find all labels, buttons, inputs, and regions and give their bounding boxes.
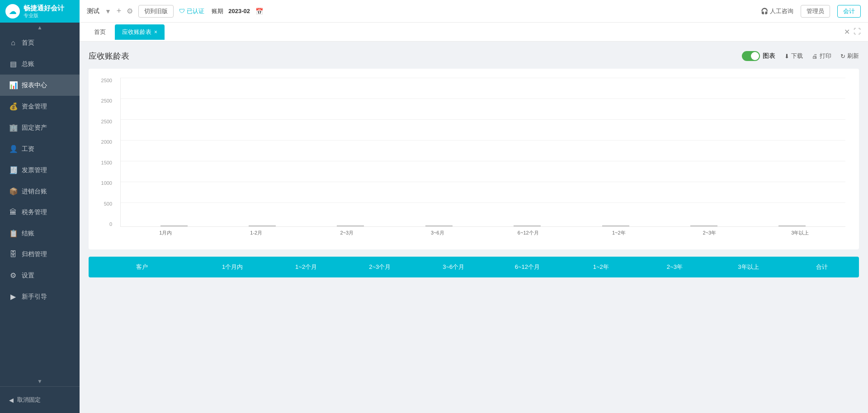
sidebar-item-ledger[interactable]: ▤ 总账 bbox=[0, 53, 80, 75]
workspace-settings-icon[interactable]: ⚙ bbox=[127, 7, 133, 15]
table-header-3-6m: 3~6个月 bbox=[417, 257, 491, 277]
fund-icon: 💰 bbox=[9, 102, 17, 111]
sidebar-item-assets[interactable]: 🏢 固定资产 bbox=[0, 117, 80, 138]
table-header-6-12m: 6~12个月 bbox=[491, 257, 564, 277]
certified-badge: 🛡 已认证 bbox=[179, 7, 204, 15]
y-label-2500c: 2500 bbox=[98, 119, 116, 124]
tab-home[interactable]: 首页 bbox=[87, 24, 113, 40]
admin-button[interactable]: 管理员 bbox=[801, 5, 830, 18]
bar-group-3y-plus bbox=[748, 225, 836, 226]
unpin-button[interactable]: ◀ 取消固定 bbox=[0, 391, 80, 408]
topbar-right-actions: 🎧 人工咨询 管理员 会计 bbox=[761, 5, 861, 18]
payroll-icon: 👤 bbox=[9, 145, 17, 153]
bar-2-3m bbox=[337, 225, 364, 226]
x-label-3-6m: 3~6月 bbox=[392, 227, 483, 240]
bar-6-12m bbox=[514, 225, 541, 226]
table-header-2-3y: 2~3年 bbox=[638, 257, 712, 277]
sidebar-item-payroll[interactable]: 👤 工资 bbox=[0, 138, 80, 160]
archive-icon: 🗄 bbox=[9, 250, 17, 258]
guide-icon: ▶ bbox=[9, 292, 17, 301]
bar-group-2-3m bbox=[307, 225, 395, 226]
app-edition: 专业版 bbox=[24, 12, 64, 19]
period-value: 2023-02 bbox=[228, 8, 250, 14]
print-icon: 🖨 bbox=[812, 53, 818, 60]
scroll-up-arrow[interactable]: ▲ bbox=[0, 23, 80, 33]
sidebar: ☁ 畅捷通好会计 专业版 ▲ ⌂ 首页 ▤ 总账 📊 报表中心 💰 bbox=[0, 0, 80, 413]
app-logo-icon: ☁ bbox=[5, 4, 20, 19]
shield-icon: 🛡 bbox=[179, 8, 185, 14]
app-name: 畅捷通好会计 bbox=[24, 4, 64, 12]
report-actions: 图表 ⬇ 下载 🖨 打印 ↻ 刷新 bbox=[742, 51, 859, 61]
main-area: 测试 ▼ + ⚙ 切到旧版 🛡 已认证 账期 2023-02 📅 🎧 人工咨询 bbox=[80, 0, 868, 413]
report-header: 应收账龄表 图表 ⬇ 下载 🖨 打印 bbox=[89, 51, 859, 61]
table-container: 客户 1个月内 1~2个月 2~3个月 3~6个月 6~12个月 1~2年 2~… bbox=[89, 257, 859, 277]
table-header-1-2y: 1~2年 bbox=[564, 257, 638, 277]
headset-icon: 🎧 bbox=[761, 8, 768, 14]
sidebar-item-fund[interactable]: 💰 资金管理 bbox=[0, 96, 80, 117]
old-version-button[interactable]: 切到旧版 bbox=[138, 5, 174, 18]
workspace-dropdown[interactable]: ▼ bbox=[105, 8, 111, 15]
chart-area: 2500 2500 2500 2000 1500 1000 500 0 bbox=[98, 78, 850, 240]
sidebar-item-home[interactable]: ⌂ 首页 bbox=[0, 33, 80, 53]
bar-1m bbox=[160, 225, 188, 226]
sidebar-item-settings[interactable]: ⚙ 设置 bbox=[0, 265, 80, 286]
calendar-icon[interactable]: 📅 bbox=[255, 8, 263, 15]
tab-close-window-btn[interactable]: ✕ bbox=[844, 28, 850, 36]
x-label-2-3y: 2~3年 bbox=[664, 227, 755, 240]
workspace-name: 测试 bbox=[87, 7, 99, 15]
tabbar-right: ✕ ⛶ bbox=[844, 28, 861, 36]
chart-toggle[interactable] bbox=[742, 51, 760, 61]
chart-container: 2500 2500 2500 2000 1500 1000 500 0 bbox=[89, 69, 859, 249]
ledger-icon: ▤ bbox=[9, 60, 17, 68]
tab-expand-btn[interactable]: ⛶ bbox=[854, 28, 861, 36]
table-header-1-2m: 1~2个月 bbox=[269, 257, 343, 277]
sidebar-item-archive[interactable]: 🗄 归档管理 bbox=[0, 244, 80, 265]
download-icon: ⬇ bbox=[784, 53, 789, 60]
tab-close-icon[interactable]: × bbox=[154, 29, 157, 35]
x-label-6-12m: 6~12个月 bbox=[483, 227, 574, 240]
report-title: 应收账龄表 bbox=[89, 51, 129, 61]
download-button[interactable]: ⬇ 下载 bbox=[784, 52, 803, 60]
scroll-down-arrow[interactable]: ▼ bbox=[0, 376, 80, 386]
x-label-3y-plus: 3年以上 bbox=[755, 227, 846, 240]
x-label-2-3m: 2~3月 bbox=[302, 227, 392, 240]
bar-group-6-12m bbox=[483, 225, 571, 226]
table-header-2-3m: 2~3个月 bbox=[343, 257, 417, 277]
sidebar-nav: ⌂ 首页 ▤ 总账 📊 报表中心 💰 资金管理 🏢 固定资产 👤 工资 bbox=[0, 33, 80, 376]
x-label-1m: 1月内 bbox=[120, 227, 211, 240]
accountant-button[interactable]: 会计 bbox=[837, 5, 861, 18]
print-button[interactable]: 🖨 打印 bbox=[812, 52, 831, 60]
sidebar-item-tax[interactable]: 🏛 税务管理 bbox=[0, 202, 80, 223]
table-header-customer: 客户 bbox=[89, 257, 196, 277]
y-label-2500b: 2500 bbox=[98, 98, 116, 103]
toggle-knob bbox=[751, 52, 759, 60]
y-label-500: 500 bbox=[98, 201, 116, 206]
period-label: 账期 2023-02 bbox=[212, 7, 250, 15]
tab-aging[interactable]: 应收账龄表 × bbox=[115, 24, 165, 40]
tab-home-label: 首页 bbox=[94, 28, 106, 36]
sidebar-item-sales[interactable]: 📦 进销台账 bbox=[0, 181, 80, 202]
sidebar-item-invoice[interactable]: 🧾 发票管理 bbox=[0, 160, 80, 181]
tabbar: 首页 应收账龄表 × ✕ ⛶ bbox=[80, 23, 868, 42]
sidebar-item-close[interactable]: 📋 结账 bbox=[0, 223, 80, 244]
add-workspace-btn[interactable]: + bbox=[117, 6, 122, 16]
help-button[interactable]: 🎧 人工咨询 bbox=[761, 7, 793, 15]
table-header-3y-plus: 3年以上 bbox=[712, 257, 785, 277]
bar-1-2y bbox=[602, 225, 629, 226]
refresh-button[interactable]: ↻ 刷新 bbox=[840, 52, 859, 60]
invoice-icon: 🧾 bbox=[9, 166, 17, 174]
assets-icon: 🏢 bbox=[9, 123, 17, 132]
sales-icon: 📦 bbox=[9, 187, 17, 196]
sidebar-item-guide[interactable]: ▶ 新手引导 bbox=[0, 286, 80, 307]
chart-bars bbox=[121, 78, 845, 226]
chart-y-axis: 2500 2500 2500 2000 1500 1000 500 0 bbox=[98, 78, 116, 227]
y-label-1500: 1500 bbox=[98, 160, 116, 165]
x-label-1-2y: 1~2年 bbox=[574, 227, 665, 240]
tab-aging-label: 应收账龄表 bbox=[122, 28, 151, 36]
bar-1-2m bbox=[249, 225, 276, 226]
sidebar-item-report[interactable]: 📊 报表中心 bbox=[0, 75, 80, 96]
home-icon: ⌂ bbox=[9, 39, 17, 47]
sidebar-logo: ☁ 畅捷通好会计 专业版 bbox=[0, 0, 80, 23]
chart-x-labels: 1月内 1-2月 2~3月 3~6月 6~12个月 1~2年 2~3年 3年以上 bbox=[120, 227, 845, 240]
chart-plot bbox=[120, 78, 845, 227]
